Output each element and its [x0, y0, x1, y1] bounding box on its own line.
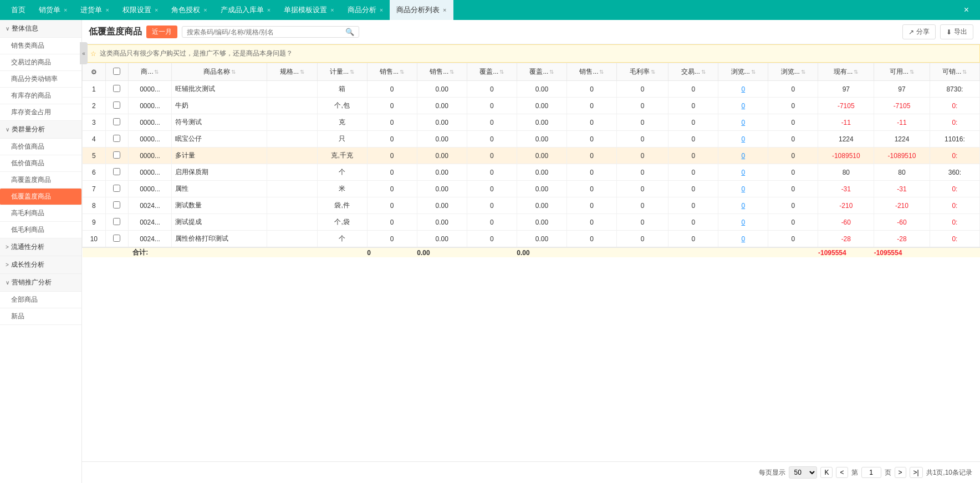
- row-sales-amt: 0.00: [417, 98, 467, 114]
- row-sellable: 0:: [930, 231, 979, 248]
- row-cover1: 0: [467, 131, 517, 148]
- row-name: 启用保质期: [172, 164, 267, 181]
- row-checkbox[interactable]: [105, 114, 128, 131]
- nav-product-analysis-list[interactable]: 商品分析列表 ×: [390, 0, 453, 20]
- per-page-select[interactable]: 50 20 100 200: [789, 466, 817, 479]
- row-checkbox[interactable]: [105, 231, 128, 248]
- sidebar-item-category-sales-rate[interactable]: 商品分类动销率: [0, 71, 81, 88]
- share-button[interactable]: ↗ 分享: [902, 24, 936, 39]
- row-cover1: 0: [467, 231, 517, 248]
- sidebar-item-low-value[interactable]: 低价值商品: [0, 155, 81, 172]
- row-current-stock: -11: [818, 114, 874, 131]
- sidebar-section-cluster[interactable]: ∨ 类群量分析: [0, 121, 81, 139]
- nav-close-icon[interactable]: ×: [155, 7, 158, 13]
- date-filter-button[interactable]: 近一月: [146, 26, 177, 38]
- nav-close-icon[interactable]: ×: [203, 7, 207, 13]
- row-view1[interactable]: 0: [718, 114, 768, 131]
- nav-product-analysis[interactable]: 商品分析 ×: [341, 0, 390, 20]
- row-code: 0000...: [128, 148, 172, 164]
- sidebar-section-growth[interactable]: > 成长性分析: [0, 256, 81, 274]
- nav-product-in[interactable]: 产成品入库单 ×: [214, 0, 277, 20]
- row-view1[interactable]: 0: [718, 181, 768, 197]
- row-view1[interactable]: 0: [718, 81, 768, 98]
- row-trade: 0: [668, 231, 718, 248]
- nav-role[interactable]: 角色授权 ×: [165, 0, 213, 20]
- col-margin: 毛利率⇅: [617, 63, 668, 81]
- window-close-button[interactable]: ×: [957, 5, 976, 15]
- sidebar-item-capital-occupation[interactable]: 库存资金占用: [0, 104, 81, 121]
- sidebar-section-overall[interactable]: ∨ 整体信息: [0, 20, 81, 38]
- row-trade: 0: [668, 197, 718, 214]
- row-view1[interactable]: 0: [718, 98, 768, 114]
- sidebar-item-high-margin[interactable]: 高毛利商品: [0, 205, 81, 222]
- row-current-stock: -28: [818, 231, 874, 248]
- sidebar-item-traded-goods[interactable]: 交易过的商品: [0, 54, 81, 71]
- last-page-button[interactable]: >|: [910, 467, 923, 478]
- col-settings[interactable]: ⚙: [83, 63, 106, 81]
- col-cover1: 覆盖...⇅: [467, 63, 517, 81]
- prev-page-button[interactable]: <: [836, 467, 848, 478]
- row-spec: [267, 148, 317, 164]
- footer-sales-qty: 0: [367, 247, 417, 257]
- nav-close-icon[interactable]: ×: [64, 7, 67, 13]
- table-row: 100024...属性价格打印测试个00.0000.0000000-28-280…: [83, 231, 980, 248]
- nav-sales-order[interactable]: 销货单 ×: [32, 0, 74, 20]
- row-checkbox[interactable]: [105, 131, 128, 148]
- sidebar-item-sales-goods[interactable]: 销售类商品: [0, 38, 81, 54]
- sidebar-item-all-goods[interactable]: 全部商品: [0, 292, 81, 308]
- row-view1[interactable]: 0: [718, 197, 768, 214]
- nav-purchase[interactable]: 进货单 ×: [74, 0, 115, 20]
- table-wrapper[interactable]: ⚙ 商...⇅ 商品名称⇅ 规格...⇅ 计量...⇅ 销售...⇅ 销售...…: [82, 63, 980, 461]
- sidebar-item-low-coverage[interactable]: 低覆盖度商品: [0, 189, 81, 205]
- expand-icon: ∨: [6, 126, 9, 133]
- row-view2: 0: [768, 214, 818, 231]
- sidebar-item-new-goods[interactable]: 新品: [0, 308, 81, 325]
- col-sales-qty: 销售...⇅: [367, 63, 417, 81]
- nav-permission[interactable]: 权限设置 ×: [116, 0, 165, 20]
- first-page-button[interactable]: K: [820, 467, 833, 478]
- nav-home[interactable]: 首页: [4, 0, 32, 20]
- main-layout: ∨ 整体信息 销售类商品 交易过的商品 商品分类动销率 有库存的商品 库存资金占…: [0, 20, 980, 483]
- table-header-row: ⚙ 商...⇅ 商品名称⇅ 规格...⇅ 计量...⇅ 销售...⇅ 销售...…: [83, 63, 980, 81]
- row-checkbox[interactable]: [105, 197, 128, 214]
- nav-close-icon[interactable]: ×: [267, 7, 270, 13]
- row-view1[interactable]: 0: [718, 164, 768, 181]
- sidebar-item-stocked-goods[interactable]: 有库存的商品: [0, 88, 81, 104]
- sidebar-section-marketing[interactable]: ∨ 营销推广分析: [0, 274, 81, 292]
- sidebar-section-flow[interactable]: > 流通性分析: [0, 238, 81, 256]
- row-cover2: 0.00: [517, 181, 566, 197]
- sidebar-item-low-margin[interactable]: 低毛利商品: [0, 222, 81, 238]
- next-page-button[interactable]: >: [895, 467, 906, 478]
- row-current-stock: -31: [818, 181, 874, 197]
- row-checkbox[interactable]: [105, 214, 128, 231]
- row-checkbox[interactable]: [105, 98, 128, 114]
- nav-close-icon[interactable]: ×: [330, 7, 334, 13]
- row-view1[interactable]: 0: [718, 214, 768, 231]
- search-input[interactable]: [187, 28, 345, 36]
- row-checkbox[interactable]: [105, 181, 128, 197]
- page-label: 第: [851, 468, 858, 477]
- row-unit: 克: [317, 114, 367, 131]
- expand-icon: ∨: [6, 26, 9, 32]
- page-input[interactable]: [861, 467, 881, 478]
- nav-template[interactable]: 单据模板设置 ×: [277, 0, 340, 20]
- sidebar-item-high-value[interactable]: 高价值商品: [0, 139, 81, 155]
- row-available-stock: 97: [874, 81, 930, 98]
- row-sales-qty: 0: [367, 98, 417, 114]
- export-button[interactable]: ⬇ 导出: [940, 24, 973, 39]
- row-view1[interactable]: 0: [718, 231, 768, 248]
- table-row: 10000...旺辅批次测试箱00.0000.000000097978730:: [83, 81, 980, 98]
- sidebar-item-high-coverage[interactable]: 高覆盖度商品: [0, 172, 81, 189]
- row-checkbox[interactable]: [105, 81, 128, 98]
- nav-close-icon[interactable]: ×: [105, 7, 109, 13]
- col-sales3: 销售...⇅: [566, 63, 616, 81]
- col-checkbox[interactable]: [105, 63, 128, 81]
- select-all-checkbox[interactable]: [113, 68, 120, 75]
- row-view1[interactable]: 0: [718, 148, 768, 164]
- sidebar-collapse-button[interactable]: «: [80, 42, 88, 64]
- nav-close-icon[interactable]: ×: [380, 7, 383, 13]
- nav-close-icon[interactable]: ×: [443, 7, 446, 13]
- row-checkbox[interactable]: [105, 164, 128, 181]
- row-checkbox[interactable]: [105, 148, 128, 164]
- row-view1[interactable]: 0: [718, 131, 768, 148]
